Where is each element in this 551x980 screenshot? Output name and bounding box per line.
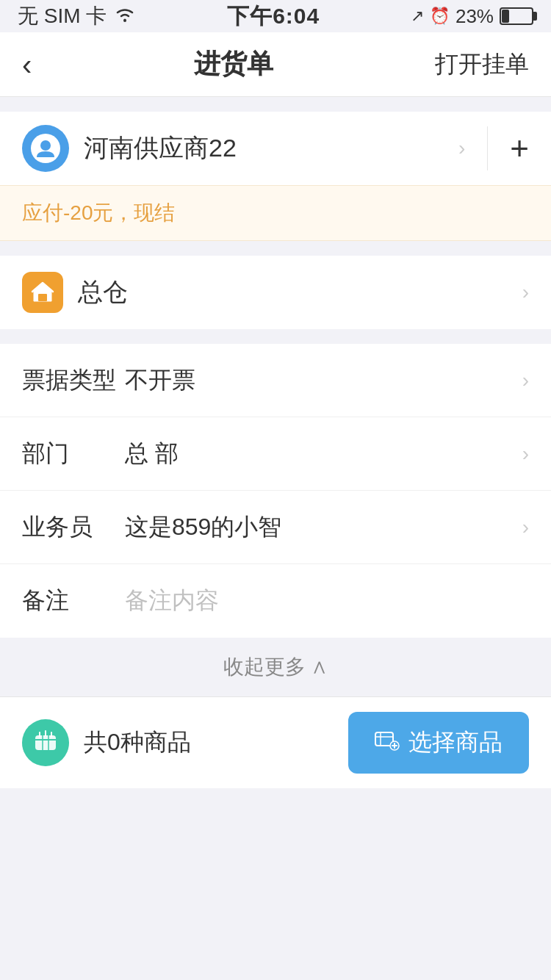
supplier-name: 河南供应商22 [84, 131, 458, 165]
invoice-type-chevron-icon: › [522, 369, 529, 392]
carrier-text: 无 SIM 卡 [18, 2, 107, 30]
salesperson-value: 这是859的小智 [125, 511, 522, 544]
form-section: 票据类型 不开票 › 部门 总 部 › 业务员 这是859的小智 › 备注 备注… [0, 344, 551, 638]
select-product-icon [375, 730, 400, 756]
note-row[interactable]: 备注 备注内容 [0, 564, 551, 638]
collapse-button[interactable]: 收起更多 ∧ [223, 653, 328, 681]
supplier-divider [487, 126, 488, 170]
battery-percent: 23% [455, 5, 494, 28]
invoice-type-label: 票据类型 [22, 364, 125, 397]
add-supplier-button[interactable]: + [510, 130, 529, 167]
back-button[interactable]: ‹ [22, 50, 32, 79]
invoice-type-value: 不开票 [125, 364, 522, 397]
warehouse-chevron-icon: › [522, 281, 529, 304]
cart-icon [22, 719, 69, 766]
page-title: 进货单 [194, 46, 273, 82]
warehouse-section[interactable]: 总仓 › [0, 256, 551, 329]
avatar-inner [31, 134, 60, 163]
status-bar: 无 SIM 卡 下午6:04 ↗ ⏰ 23% [0, 0, 551, 32]
bottom-bar: 共0种商品 选择商品 [0, 696, 551, 788]
salesperson-label: 业务员 [22, 511, 125, 544]
battery-icon [500, 7, 533, 25]
notice-text: 应付-20元，现结 [22, 201, 175, 224]
supplier-avatar [22, 125, 69, 172]
status-right: ↗ ⏰ 23% [411, 5, 533, 28]
department-value: 总 部 [125, 438, 522, 470]
alarm-icon: ⏰ [430, 7, 450, 26]
department-label: 部门 [22, 438, 125, 470]
note-label: 备注 [22, 585, 125, 617]
warehouse-icon [22, 272, 63, 313]
svg-rect-3 [35, 735, 56, 750]
svg-point-1 [40, 140, 51, 151]
wifi-icon [114, 4, 136, 28]
note-value[interactable]: 备注内容 [125, 585, 529, 617]
gray-fill-area [0, 788, 551, 980]
salesperson-row[interactable]: 业务员 这是859的小智 › [0, 491, 551, 564]
warehouse-name: 总仓 [78, 275, 522, 309]
product-count: 共0种商品 [84, 727, 348, 759]
nav-bar: ‹ 进货单 打开挂单 [0, 32, 551, 97]
location-icon: ↗ [411, 7, 424, 26]
gap-1 [0, 97, 551, 112]
svg-point-0 [123, 19, 126, 22]
supplier-chevron-icon: › [458, 137, 465, 160]
department-row[interactable]: 部门 总 部 › [0, 417, 551, 491]
select-product-button[interactable]: 选择商品 [348, 712, 529, 774]
status-time: 下午6:04 [227, 1, 320, 32]
svg-rect-2 [38, 294, 47, 301]
invoice-type-row[interactable]: 票据类型 不开票 › [0, 344, 551, 417]
department-chevron-icon: › [522, 442, 529, 466]
open-pending-button[interactable]: 打开挂单 [435, 48, 529, 81]
status-left: 无 SIM 卡 [18, 2, 136, 30]
notice-banner: 应付-20元，现结 [0, 185, 551, 241]
salesperson-chevron-icon: › [522, 516, 529, 539]
collapse-section[interactable]: 收起更多 ∧ [0, 638, 551, 696]
supplier-section[interactable]: 河南供应商22 › + [0, 112, 551, 185]
select-product-label: 选择商品 [408, 727, 503, 759]
